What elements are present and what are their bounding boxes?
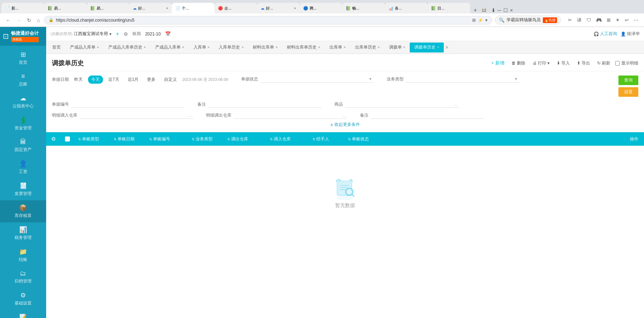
docno-input[interactable]	[71, 101, 185, 108]
sidebar-item-tax[interactable]: 📊 税务管理	[0, 222, 46, 244]
consultation-btn[interactable]: 🎧 人工咨询	[594, 31, 617, 37]
th-type[interactable]: ⇅ 单账类型	[75, 136, 110, 142]
browser-tab-7[interactable]: ☁ 好... ×	[257, 3, 300, 13]
menu-icon[interactable]: ⋯	[632, 17, 640, 23]
goods-ellipsis[interactable]: …	[453, 102, 457, 106]
query-btn[interactable]: 查询	[618, 76, 638, 85]
goods-input[interactable]	[346, 102, 453, 107]
collapse-btn[interactable]: ∧ 收起更多条件	[330, 122, 360, 128]
sidebar-item-invoice[interactable]: 🧾 发票管理	[0, 178, 46, 200]
browser-tab-4[interactable]: ☁ 好... ×	[129, 3, 172, 13]
note-input[interactable]	[371, 112, 484, 119]
home-btn[interactable]: ⌂	[36, 17, 41, 24]
settings-gear-icon[interactable]: ⚙	[124, 31, 128, 37]
scissors-icon[interactable]: ✂	[567, 17, 573, 23]
lightning-icon[interactable]: ⚡	[478, 18, 483, 23]
browser-tab-2[interactable]: 📗 易...	[44, 3, 87, 13]
sidebar-item-closing[interactable]: 📁 结账	[0, 244, 46, 266]
page-tab-8[interactable]: 出库单 ×	[325, 43, 350, 52]
user-info[interactable]: 👤 徐泽华	[621, 31, 640, 37]
refresh-btn-main[interactable]: ↻ 刷新	[595, 59, 612, 67]
add-company-btn[interactable]: +	[116, 31, 119, 37]
detailout-ellipsis[interactable]: …	[342, 113, 346, 117]
status-select[interactable]: ▾	[260, 76, 374, 83]
show-all-checkbox[interactable]	[615, 61, 620, 66]
new-btn[interactable]: + 新增	[489, 59, 507, 67]
export-btn[interactable]: ⬆ 导出	[575, 59, 592, 67]
page-tab-3-close[interactable]: ×	[182, 45, 184, 49]
print-btn[interactable]: 🖨 打印 ▾	[530, 59, 552, 67]
close-window-icon[interactable]: ×	[510, 7, 513, 13]
page-tab-1[interactable]: 产成品入库单 ×	[65, 43, 104, 52]
page-tab-2[interactable]: 产成品入库单历史 ×	[104, 43, 151, 52]
date-1month-btn[interactable]: 近1月	[125, 76, 142, 84]
th-status[interactable]: ⇅ 单账状态	[344, 136, 380, 142]
page-tab-6-close[interactable]: ×	[275, 45, 278, 49]
th-outwh[interactable]: ⇅ 调出仓库	[224, 136, 266, 142]
browser-tab-9[interactable]: 📗 畅...	[342, 3, 385, 13]
th-date[interactable]: ⇅ 单账日期	[110, 136, 146, 142]
calendar-icon[interactable]: 📅	[165, 31, 171, 37]
page-tab-7[interactable]: 材料出库单历史 ×	[282, 43, 325, 52]
tab-7-close[interactable]: ×	[294, 6, 296, 10]
select-all-checkbox[interactable]	[65, 136, 70, 141]
refresh-btn[interactable]: ↻	[26, 17, 33, 24]
sidebar-item-home[interactable]: ⊞ 首页	[0, 47, 46, 69]
page-tab-9[interactable]: 出库单历史 ×	[350, 43, 384, 52]
detailin-input[interactable]	[81, 113, 188, 118]
sidebar-item-salary[interactable]: 👤 工资	[0, 156, 46, 178]
new-tab-btn[interactable]: +	[474, 7, 477, 13]
table-settings-icon[interactable]: ⚙	[51, 136, 56, 142]
search-box[interactable]: 🔍 学霸应聘场驱鸟员 🔥热搜	[495, 16, 561, 24]
translate-icon[interactable]: 译	[575, 16, 583, 24]
show-all-toggle[interactable]: 显示明细	[615, 60, 638, 66]
maximize-icon[interactable]: ☐	[503, 7, 508, 13]
company-selector[interactable]: (勿删勿禁用) 江西服宝测试专用 ▾	[50, 31, 111, 37]
th-inwh[interactable]: ⇅ 调入仓库	[266, 136, 309, 142]
page-tab-11[interactable]: 调拨单历史 ×	[410, 43, 444, 52]
page-tab-10-close[interactable]: ×	[403, 45, 405, 49]
date-custom-btn[interactable]: 自定义	[161, 76, 180, 84]
page-tab-5-close[interactable]: ×	[241, 45, 244, 49]
import-btn[interactable]: ⬇ 导入	[555, 59, 572, 67]
download-icon[interactable]: ⬇	[491, 7, 496, 13]
page-tab-7-close[interactable]: ×	[318, 45, 320, 49]
undo-icon[interactable]: ↩	[623, 17, 630, 23]
th-handler[interactable]: ⇅ 经手人	[309, 136, 344, 142]
detailin-ellipsis[interactable]: …	[188, 113, 192, 117]
page-tab-11-close[interactable]: ×	[437, 45, 439, 49]
th-settings[interactable]: ⚙	[46, 136, 60, 142]
remark-input[interactable]	[208, 101, 322, 108]
page-tab-home[interactable]: 首页	[48, 43, 65, 52]
back-btn[interactable]: ←	[4, 17, 12, 24]
game-icon[interactable]: 🎮	[595, 17, 603, 23]
page-tabs-close-all[interactable]: ×	[445, 44, 448, 51]
biztype-select[interactable]: ▾	[406, 76, 519, 83]
url-input[interactable]: 🔒 https://cloud.chanjet.com/accounting/u…	[44, 16, 492, 24]
browser-tab-10[interactable]: 📊 各...	[385, 3, 427, 13]
page-tab-5[interactable]: 入库单历史 ×	[214, 43, 248, 52]
page-tab-2-close[interactable]: ×	[144, 45, 146, 49]
date-today-btn[interactable]: 今天	[88, 76, 103, 84]
browser-tab-6[interactable]: 🔴 企...	[214, 3, 257, 13]
th-checkbox[interactable]	[60, 136, 75, 141]
page-tab-8-close[interactable]: ×	[344, 45, 346, 49]
dropdown-icon[interactable]: ▾	[485, 18, 487, 23]
site-info-icon[interactable]: ⊞	[472, 18, 476, 23]
detailout-input-area[interactable]: …	[234, 112, 347, 119]
page-tab-1-close[interactable]: ×	[97, 45, 99, 49]
delete-btn[interactable]: 🗑 🗑 删除 删除	[509, 59, 528, 67]
date-7days-btn[interactable]: 近7天	[105, 76, 122, 84]
page-tab-9-close[interactable]: ×	[378, 45, 380, 49]
goods-input-area[interactable]: …	[345, 101, 459, 108]
sidebar-item-settings[interactable]: ⚙ 基础设置	[0, 288, 46, 310]
date-more-btn[interactable]: 更多	[144, 76, 159, 84]
page-tab-4-close[interactable]: ×	[208, 45, 210, 49]
setting-btn[interactable]: 设置	[618, 87, 638, 97]
detailin-input-area[interactable]: …	[80, 112, 193, 119]
tab-4-close[interactable]: ×	[166, 6, 168, 10]
grid-icon[interactable]: ⊞	[605, 17, 612, 23]
th-biztype[interactable]: ⇅ 业务类型	[188, 136, 224, 142]
brightness-icon[interactable]: ☀	[614, 17, 621, 23]
date-yesterday-btn[interactable]: 昨天	[71, 76, 86, 84]
